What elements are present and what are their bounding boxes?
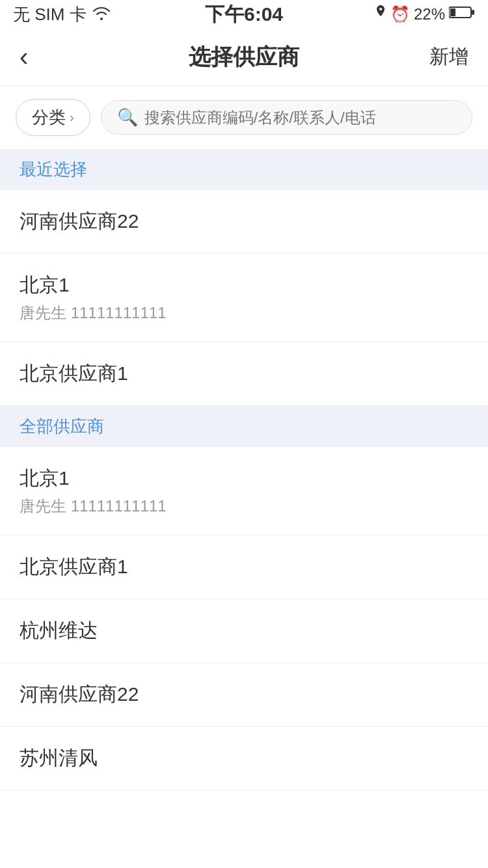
chevron-right-icon: ›: [70, 110, 74, 125]
item-sub: 唐先生 11111111111: [20, 496, 468, 517]
list-item[interactable]: 北京供应商1: [0, 342, 488, 406]
nav-bar: ‹ 选择供应商 新增: [0, 29, 488, 86]
item-name: 北京供应商1: [20, 360, 468, 387]
item-name: 北京1: [20, 272, 468, 299]
wifi-icon: [92, 5, 111, 25]
category-button[interactable]: 分类 ›: [16, 99, 90, 136]
battery-level: 22%: [414, 5, 445, 23]
item-name: 苏州清风: [20, 745, 468, 772]
filter-bar: 分类 › 🔍: [0, 86, 488, 149]
status-bar: 无 SIM 卡 下午6:04 ⏰ 22%: [0, 0, 488, 29]
search-input[interactable]: [144, 109, 456, 127]
list-item[interactable]: 北京1唐先生 11111111111: [0, 254, 488, 342]
status-left: 无 SIM 卡: [13, 3, 111, 26]
all-list: 北京1唐先生 11111111111北京供应商1杭州维达河南供应商22苏州清风: [0, 447, 488, 791]
item-sub: 唐先生 11111111111: [20, 303, 468, 323]
status-time: 下午6:04: [205, 1, 283, 28]
status-right: ⏰ 22%: [375, 5, 475, 23]
battery-icon: [449, 5, 475, 23]
page-title: 选择供应商: [189, 42, 299, 72]
item-name: 河南供应商22: [20, 208, 468, 235]
svg-rect-2: [472, 10, 474, 15]
location-icon: [375, 5, 386, 23]
svg-rect-1: [450, 8, 455, 16]
list-item[interactable]: 苏州清风: [0, 727, 488, 791]
recent-list: 河南供应商22北京1唐先生 11111111111北京供应商1: [0, 190, 488, 406]
sim-status: 无 SIM 卡: [13, 3, 87, 26]
search-box: 🔍: [101, 100, 472, 135]
list-item[interactable]: 河南供应商22: [0, 663, 488, 727]
item-name: 北京供应商1: [20, 554, 468, 580]
category-label: 分类: [32, 106, 66, 129]
back-button[interactable]: ‹: [20, 42, 59, 72]
item-name: 河南供应商22: [20, 681, 468, 708]
item-name: 杭州维达: [20, 617, 468, 644]
add-button[interactable]: 新增: [429, 44, 468, 70]
list-item[interactable]: 河南供应商22: [0, 190, 488, 254]
list-item[interactable]: 北京供应商1: [0, 536, 488, 599]
list-item[interactable]: 北京1唐先生 11111111111: [0, 447, 488, 536]
list-item[interactable]: 杭州维达: [0, 599, 488, 663]
alarm-icon: ⏰: [390, 5, 410, 23]
recent-section-header: 最近选择: [0, 149, 488, 190]
all-section-header: 全部供应商: [0, 406, 488, 447]
search-icon: 🔍: [117, 107, 138, 128]
item-name: 北京1: [20, 465, 468, 492]
